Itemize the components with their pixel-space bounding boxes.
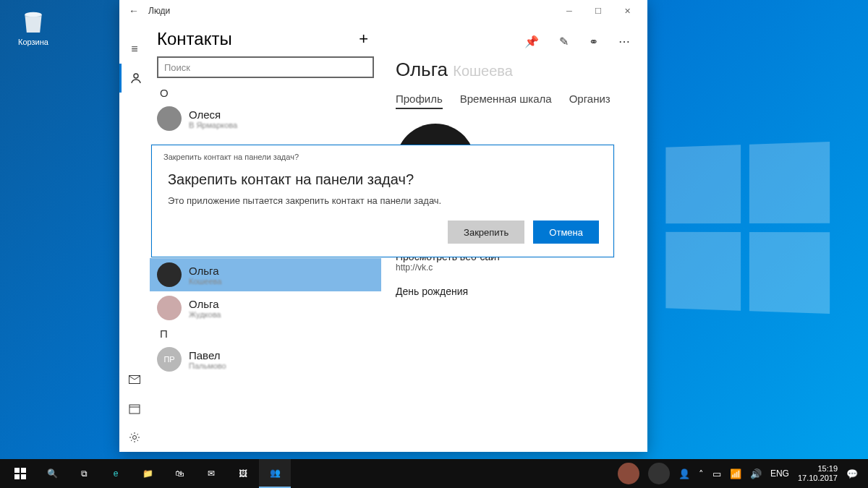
network-icon[interactable]: 📶	[730, 468, 741, 479]
svg-rect-7	[21, 468, 26, 473]
group-header-p[interactable]: П	[150, 325, 381, 343]
calendar-icon[interactable]	[119, 394, 150, 423]
back-button[interactable]: ←	[125, 5, 142, 17]
volume-icon[interactable]: 🔊	[750, 468, 762, 479]
recycle-bin-label: Корзина	[18, 38, 48, 46]
start-button[interactable]	[4, 459, 36, 488]
store-icon[interactable]: 🛍	[163, 459, 195, 488]
website-value[interactable]: http://vk.c	[396, 262, 633, 273]
pin-icon[interactable]: 📌	[524, 35, 539, 48]
add-contact-button[interactable]: +	[353, 30, 374, 48]
avatar	[157, 106, 182, 131]
svg-point-1	[134, 74, 138, 78]
chevron-up-icon[interactable]: ˄	[699, 468, 704, 479]
action-center-icon[interactable]: 💬	[846, 468, 858, 479]
explorer-icon[interactable]: 📁	[132, 459, 163, 488]
contacts-heading: Контакты	[157, 29, 353, 49]
battery-icon[interactable]: ▭	[712, 468, 721, 479]
svg-point-5	[133, 436, 137, 440]
contact-name: Ольга Кошеева	[396, 59, 633, 81]
recycle-bin[interactable]: Корзина	[13, 7, 54, 46]
maximize-button[interactable]: ☐	[584, 7, 613, 16]
search-icon[interactable]: 🔍	[36, 459, 68, 488]
cancel-button[interactable]: Отмена	[533, 221, 599, 244]
nav-rail: ≡	[119, 22, 150, 452]
edit-icon[interactable]: ✎	[559, 35, 569, 48]
task-view-icon[interactable]: ⧉	[68, 459, 100, 488]
titlebar: ← Люди ─ ☐ ✕	[119, 0, 647, 22]
photos-icon[interactable]: 🖼	[227, 459, 259, 488]
pin-button[interactable]: Закрепить	[448, 221, 524, 244]
avatar: ПР	[157, 347, 182, 372]
svg-rect-8	[14, 474, 20, 479]
mail-icon[interactable]: ✉	[195, 459, 227, 488]
avatar	[157, 262, 182, 287]
avatar	[157, 296, 182, 320]
pinned-contact-1[interactable]	[618, 463, 639, 484]
settings-icon[interactable]	[119, 423, 150, 452]
dialog-caption: Закрепить контакт на панели задач?	[152, 145, 613, 164]
windows-logo-wallpaper	[665, 142, 830, 314]
tab-organization[interactable]: Организ	[569, 93, 610, 109]
mail-icon[interactable]	[119, 365, 150, 394]
tab-timeline[interactable]: Временная шкала	[460, 93, 552, 109]
dialog-title: Закрепить контакт на панели задач?	[168, 171, 597, 188]
detail-tabs: Профиль Временная шкала Организ	[396, 93, 633, 109]
dialog-body-text: Это приложение пытается закрепить контак…	[168, 195, 597, 206]
people-icon[interactable]	[119, 64, 150, 93]
svg-rect-9	[21, 474, 26, 479]
contact-row[interactable]: ПР ПавелПальмово	[150, 343, 381, 376]
edge-icon[interactable]: e	[100, 459, 132, 488]
search-input[interactable]: Поиск	[157, 56, 374, 78]
clock[interactable]: 15:19 17.10.2017	[798, 464, 838, 483]
contact-row[interactable]: ОльгаЖудкова	[150, 291, 381, 325]
taskbar: 🔍 ⧉ e 📁 🛍 ✉ 🖼 👥 👤 ˄ ▭ 📶 🔊 ENG 15:19 17.1…	[0, 459, 868, 488]
language-indicator[interactable]: ENG	[770, 468, 789, 479]
minimize-button[interactable]: ─	[555, 7, 584, 15]
window-title: Люди	[142, 6, 555, 16]
tab-profile[interactable]: Профиль	[396, 93, 443, 109]
pinned-contact-2[interactable]	[648, 463, 670, 484]
more-icon[interactable]: ⋯	[618, 35, 630, 48]
link-icon[interactable]: ⚭	[589, 35, 598, 48]
svg-rect-6	[14, 468, 20, 473]
people-tray-icon[interactable]: 👤	[678, 468, 690, 479]
svg-point-0	[25, 12, 41, 17]
birthday-label: День рождения	[396, 286, 633, 297]
hamburger-button[interactable]: ≡	[119, 35, 150, 64]
pin-confirm-dialog: Закрепить контакт на панели задач? Закре…	[151, 145, 614, 257]
people-taskbar-icon[interactable]: 👥	[259, 459, 291, 488]
contact-row[interactable]: ОлесяВ Ярмаркова	[150, 102, 381, 135]
search-placeholder: Поиск	[164, 62, 190, 73]
close-button[interactable]: ✕	[613, 7, 642, 16]
system-tray: 👤 ˄ ▭ 📶 🔊 ENG 15:19 17.10.2017 💬	[618, 463, 864, 484]
group-header-o[interactable]: О	[150, 84, 381, 102]
contact-row-selected[interactable]: ОльгаКошеева	[150, 258, 381, 291]
svg-rect-3	[129, 405, 140, 414]
